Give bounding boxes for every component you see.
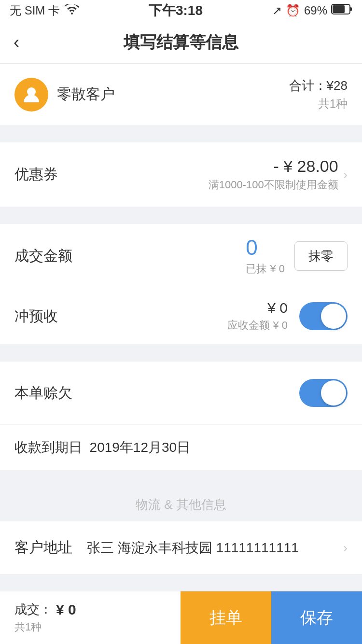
transaction-right: 0 已抹 ¥ 0 抹零	[246, 236, 348, 276]
address-row[interactable]: 客户地址 张三 海淀永丰科技园 11111111111 ›	[0, 521, 362, 574]
transaction-sub: 已抹 ¥ 0	[246, 262, 285, 276]
logistics-label: 物流 & 其他信息	[136, 496, 226, 513]
coupon-content: - ¥ 28.00 满1000-100不限制使用金额	[209, 157, 338, 192]
address-chevron-icon: ›	[343, 540, 348, 556]
divider-1	[0, 134, 362, 142]
location-icon: ↗	[272, 4, 282, 17]
svg-rect-1	[350, 7, 352, 11]
pre-receive-row: 冲预收 ¥ 0 应收金额 ¥ 0	[0, 288, 362, 344]
coupon-chevron-icon: ›	[343, 167, 348, 182]
pre-receive-right: ¥ 0 应收金额 ¥ 0	[227, 300, 348, 333]
deal-amount: ¥ 0	[56, 602, 76, 618]
divider-3	[0, 353, 362, 362]
customer-row: 零散客户 合计：¥28 共1种	[0, 64, 362, 125]
debt-toggle-knob	[321, 380, 346, 406]
pre-receive-amount: ¥ 0	[227, 300, 288, 316]
wifi-icon	[65, 4, 79, 17]
address-label: 客户地址	[14, 538, 72, 558]
debt-toggle[interactable]	[299, 379, 348, 407]
pending-button[interactable]: 挂单	[181, 591, 271, 644]
battery-text: 69%	[304, 4, 327, 17]
nav-title: 填写结算等信息	[124, 31, 238, 54]
bottom-count: 共1种	[14, 620, 166, 634]
coupon-amount: - ¥ 28.00	[209, 157, 338, 176]
coupon-label: 优惠券	[14, 165, 58, 184]
debt-section: 本单赊欠 收款到期日 2019年12月30日	[0, 362, 362, 470]
transaction-row: 成交金额 0 已抹 ¥ 0 抹零	[0, 224, 362, 288]
status-right: ↗ ⏰ 69%	[272, 4, 352, 17]
alarm-icon: ⏰	[286, 4, 300, 17]
logistics-divider: 物流 & 其他信息	[0, 488, 362, 521]
total-count: 共1种	[289, 96, 348, 112]
transaction-label: 成交金额	[14, 246, 72, 266]
debt-row: 本单赊欠	[0, 362, 362, 424]
save-button[interactable]: 保存	[271, 591, 362, 644]
pre-receivable-text: 应收金额 ¥ 0	[227, 318, 288, 333]
divider-2	[0, 215, 362, 224]
deal-label: 成交：	[14, 601, 52, 618]
coupon-section[interactable]: 优惠券 - ¥ 28.00 满1000-100不限制使用金额 ›	[0, 142, 362, 207]
carrier-text: 无 SIM 卡	[10, 3, 60, 18]
customer-section: 零散客户 合计：¥28 共1种	[0, 64, 362, 125]
back-button[interactable]: ‹	[14, 32, 19, 53]
pre-receive-label: 冲预收	[14, 307, 58, 326]
debt-label: 本单赊欠	[14, 383, 72, 403]
due-date-label: 收款到期日 2019年12月30日	[14, 440, 190, 455]
avatar	[14, 78, 48, 112]
total-label: 合计：¥28	[289, 77, 348, 94]
due-date-row: 收款到期日 2019年12月30日	[0, 424, 362, 470]
status-left: 无 SIM 卡	[10, 3, 79, 18]
coupon-row[interactable]: 优惠券 - ¥ 28.00 满1000-100不限制使用金额 ›	[0, 142, 362, 207]
customer-name: 零散客户	[57, 84, 115, 104]
bottom-bar: 成交： ¥ 0 共1种 挂单 保存	[0, 591, 362, 644]
transaction-section: 成交金额 0 已抹 ¥ 0 抹零 冲预收 ¥ 0 应收金额 ¥ 0	[0, 224, 362, 344]
address-value: 张三 海淀永丰科技园 11111111111	[87, 539, 343, 557]
customer-left: 零散客户	[14, 78, 115, 112]
transaction-value: 0	[246, 236, 285, 260]
bottom-info: 成交： ¥ 0 共1种	[0, 601, 181, 634]
divider-4	[0, 479, 362, 488]
coupon-desc: 满1000-100不限制使用金额	[209, 178, 338, 192]
battery-icon	[331, 4, 352, 17]
address-section[interactable]: 客户地址 张三 海淀永丰科技园 11111111111 ›	[0, 521, 362, 574]
status-time: 下午3:18	[149, 1, 203, 20]
toggle-knob	[321, 304, 346, 329]
bottom-deal: 成交： ¥ 0	[14, 601, 166, 618]
pre-receive-toggle[interactable]	[299, 302, 348, 330]
svg-rect-2	[333, 5, 345, 13]
nav-bar: ‹ 填写结算等信息	[0, 21, 362, 64]
pre-receive-values: ¥ 0 应收金额 ¥ 0	[227, 300, 288, 333]
status-bar: 无 SIM 卡 下午3:18 ↗ ⏰ 69%	[0, 0, 362, 21]
round-button[interactable]: 抹零	[294, 241, 348, 271]
customer-right: 合计：¥28 共1种	[289, 77, 348, 112]
coupon-right: - ¥ 28.00 满1000-100不限制使用金额 ›	[209, 157, 348, 192]
